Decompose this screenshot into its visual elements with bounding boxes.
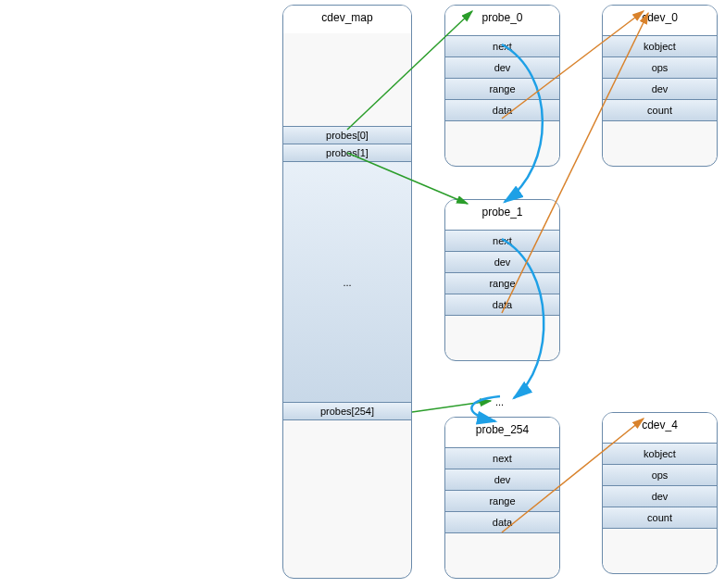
probe-0-dev: dev bbox=[445, 56, 559, 78]
probe-254-data: data bbox=[445, 511, 559, 532]
arrow-probes254-to-probe254 bbox=[412, 401, 491, 412]
probe-254-title: probe_254 bbox=[445, 418, 559, 447]
probes-0-row: probes[0] bbox=[283, 126, 411, 144]
cdev-0-ops: ops bbox=[603, 56, 717, 78]
probe-254-next: next bbox=[445, 447, 559, 469]
probe-0-next: next bbox=[445, 35, 559, 56]
cdev-0-dev: dev bbox=[603, 78, 717, 99]
probe-1-dev: dev bbox=[445, 251, 559, 272]
cdev-0-kobject: kobject bbox=[603, 35, 717, 56]
probe-254-box: probe_254 next dev range data bbox=[444, 417, 560, 579]
probe-1-box: probe_1 next dev range data bbox=[444, 199, 560, 361]
probe-chain-ellipsis: ... bbox=[495, 396, 504, 407]
probe-1-next: next bbox=[445, 230, 559, 251]
cdev-map-box: cdev_map probes[0] probes[1] ... probes[… bbox=[282, 5, 412, 579]
probe-1-title: probe_1 bbox=[445, 200, 559, 230]
cdev-0-title: cdev_0 bbox=[603, 6, 717, 35]
probe-1-range: range bbox=[445, 272, 559, 294]
probe-0-range: range bbox=[445, 78, 559, 99]
probe-254-range: range bbox=[445, 490, 559, 511]
probes-1-row: probes[1] bbox=[283, 144, 411, 161]
probe-1-data: data bbox=[445, 294, 559, 315]
probes-ellipsis-row: ... bbox=[283, 161, 411, 402]
probe-0-title: probe_0 bbox=[445, 6, 559, 35]
probe-0-box: probe_0 next dev range data bbox=[444, 5, 560, 167]
cdev-4-kobject: kobject bbox=[603, 443, 717, 464]
cdev-0-count: count bbox=[603, 99, 717, 120]
cdev-4-box: cdev_4 kobject ops dev count bbox=[602, 412, 718, 574]
cdev-4-ops: ops bbox=[603, 464, 717, 485]
probe-0-data: data bbox=[445, 99, 559, 120]
cdev-0-box: cdev_0 kobject ops dev count bbox=[602, 5, 718, 167]
probes-254-row: probes[254] bbox=[283, 402, 411, 419]
cdev-4-title: cdev_4 bbox=[603, 413, 717, 443]
cdev-4-dev: dev bbox=[603, 485, 717, 507]
cdev-map-title: cdev_map bbox=[283, 6, 411, 33]
cdev-4-count: count bbox=[603, 507, 717, 528]
probe-254-dev: dev bbox=[445, 469, 559, 490]
